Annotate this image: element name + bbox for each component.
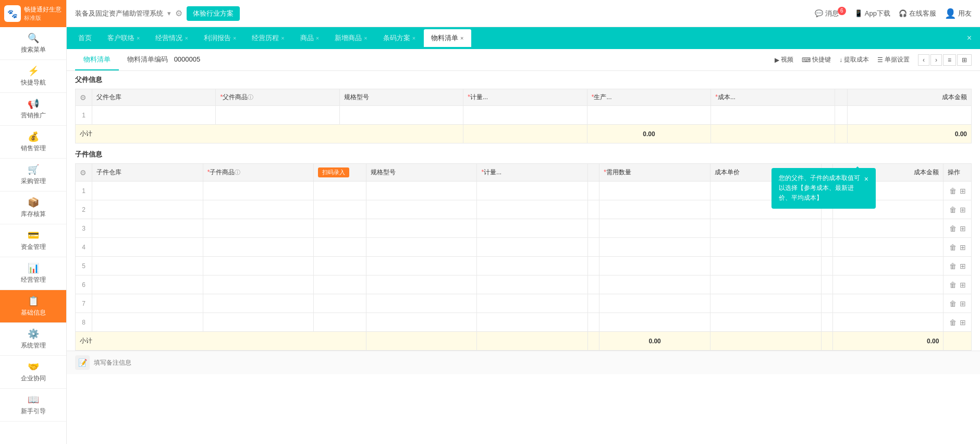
child-row-6-quantity[interactable] — [599, 275, 710, 294]
child-warehouse-input-8[interactable] — [92, 313, 203, 331]
child-qty-input-8[interactable] — [599, 313, 710, 331]
extract-cost-btn[interactable]: ↓ 提取成本 — [839, 55, 869, 64]
child-row-1-spec[interactable] — [366, 182, 477, 200]
child-product-input-6[interactable] — [203, 275, 314, 294]
child-row-7-unit-cost[interactable] — [710, 294, 821, 313]
child-qty-input-7[interactable] — [599, 294, 710, 313]
parent-row-1-spec[interactable] — [339, 106, 463, 125]
child-row-8-unit-cost[interactable] — [710, 313, 821, 332]
app-download-item[interactable]: 📱 App下载 — [854, 9, 890, 18]
child-row-5-amount[interactable] — [832, 257, 944, 275]
child-row-4-unit[interactable] — [477, 238, 588, 257]
child-row-8-quantity[interactable] — [599, 313, 710, 332]
child-row-5-unit-cost[interactable] — [710, 257, 821, 275]
copy-icon-8[interactable]: ⊞ — [960, 318, 966, 327]
sidebar-item-basic-info[interactable]: 📋 基础信息 — [0, 290, 66, 323]
child-product-input-1[interactable] — [203, 182, 314, 200]
child-warehouse-input-6[interactable] — [92, 275, 203, 294]
child-row-4-warehouse[interactable] — [92, 238, 203, 257]
copy-icon-1[interactable]: ⊞ — [960, 187, 966, 195]
parent-product-input[interactable] — [216, 106, 339, 124]
tab-close-history[interactable]: × — [281, 35, 284, 41]
tab-operations[interactable]: 经营情况 × — [148, 29, 195, 47]
tab-barcode[interactable]: 条码方案 × — [376, 29, 423, 47]
child-spec-input-2[interactable] — [366, 200, 477, 219]
sidebar-item-inventory[interactable]: 📦 库存核算 — [0, 191, 66, 224]
close-all-tabs[interactable]: × — [963, 33, 976, 43]
child-spec-input-3[interactable] — [366, 219, 477, 237]
delete-icon-8[interactable]: 🗑 — [949, 318, 957, 327]
child-qty-input-3[interactable] — [599, 219, 710, 237]
sidebar-item-quicknav[interactable]: ⚡ 快捷导航 — [0, 60, 66, 93]
child-row-2-unit[interactable] — [477, 200, 588, 219]
child-warehouse-input-1[interactable] — [92, 182, 203, 200]
tab-close-barcode[interactable]: × — [412, 35, 415, 41]
parent-spec-input[interactable] — [340, 106, 463, 124]
delete-icon-1[interactable]: 🗑 — [949, 187, 957, 195]
tab-close-product[interactable]: × — [316, 35, 319, 41]
child-row-5-spec[interactable] — [366, 257, 477, 275]
child-row-8-warehouse[interactable] — [92, 313, 203, 332]
single-setting-btn[interactable]: ☰ 单据设置 — [877, 55, 910, 64]
tab-home[interactable]: 首页 — [71, 29, 99, 47]
child-row-4-amount[interactable] — [832, 238, 944, 257]
sidebar-item-sales[interactable]: 💰 销售管理 — [0, 126, 66, 159]
parent-cost-input[interactable] — [711, 106, 834, 124]
child-spec-input-1[interactable] — [366, 182, 477, 200]
child-col-config[interactable]: ⚙ — [76, 164, 92, 182]
copy-icon-7[interactable]: ⊞ — [960, 299, 966, 308]
note-input[interactable] — [94, 359, 972, 366]
tab-bom[interactable]: 物料清单 × — [424, 29, 471, 47]
child-row-6-warehouse[interactable] — [92, 275, 203, 294]
child-warehouse-input-5[interactable] — [92, 257, 203, 275]
settings-icon[interactable]: ⚙ — [175, 8, 182, 18]
delete-icon-4[interactable]: 🗑 — [949, 243, 957, 251]
child-amount-input-4[interactable] — [833, 238, 944, 256]
child-row-7-warehouse[interactable] — [92, 294, 203, 313]
child-unit-input-6[interactable] — [477, 275, 587, 294]
child-col-scan[interactable]: 扫码录入 — [314, 164, 366, 182]
child-row-6-product[interactable] — [203, 275, 314, 294]
child-amount-input-6[interactable] — [833, 275, 944, 294]
child-row-3-amount[interactable] — [832, 219, 944, 238]
copy-icon-6[interactable]: ⊞ — [960, 281, 966, 289]
child-row-3-product[interactable] — [203, 219, 314, 238]
expand-btn[interactable]: ⊞ — [957, 54, 972, 66]
child-row-1-quantity[interactable] — [599, 182, 710, 200]
prev-btn[interactable]: ‹ — [918, 54, 929, 66]
delete-icon-3[interactable]: 🗑 — [949, 224, 957, 233]
child-row-5-quantity[interactable] — [599, 257, 710, 275]
child-warehouse-input-2[interactable] — [92, 200, 203, 219]
child-row-8-product[interactable] — [203, 313, 314, 332]
child-product-input-4[interactable] — [203, 238, 314, 256]
parent-row-1-amount[interactable] — [848, 106, 972, 125]
child-amount-input-8[interactable] — [833, 313, 944, 331]
child-amount-input-7[interactable] — [833, 294, 944, 313]
child-unit-input-2[interactable] — [477, 200, 587, 219]
child-unit-input-8[interactable] — [477, 313, 587, 331]
child-unitcost-input-3[interactable] — [710, 219, 821, 237]
grid-btn[interactable]: ≡ — [943, 54, 956, 66]
parent-amount-input[interactable] — [848, 106, 971, 124]
child-qty-input-4[interactable] — [599, 238, 710, 256]
child-qty-input-5[interactable] — [599, 257, 710, 275]
child-unitcost-input-7[interactable] — [710, 294, 821, 313]
child-product-input-3[interactable] — [203, 219, 314, 237]
sidebar-item-marketing[interactable]: 📢 营销推广 — [0, 93, 66, 126]
parent-warehouse-input[interactable] — [92, 106, 215, 124]
delete-icon-5[interactable]: 🗑 — [949, 262, 957, 270]
child-row-2-product[interactable] — [203, 200, 314, 219]
child-row-1-product[interactable] — [203, 182, 314, 200]
child-row-3-unit[interactable] — [477, 219, 588, 238]
tab-history[interactable]: 经营历程 × — [244, 29, 291, 47]
user-item[interactable]: 👤 用友 — [945, 8, 972, 19]
child-row-7-unit[interactable] — [477, 294, 588, 313]
tab-close-bom[interactable]: × — [460, 35, 463, 41]
parent-production-input[interactable] — [587, 106, 710, 124]
child-spec-input-6[interactable] — [366, 275, 477, 294]
child-row-2-spec[interactable] — [366, 200, 477, 219]
child-unit-input-3[interactable] — [477, 219, 587, 237]
child-spec-input-5[interactable] — [366, 257, 477, 275]
child-row-4-spec[interactable] — [366, 238, 477, 257]
child-row-3-warehouse[interactable] — [92, 219, 203, 238]
